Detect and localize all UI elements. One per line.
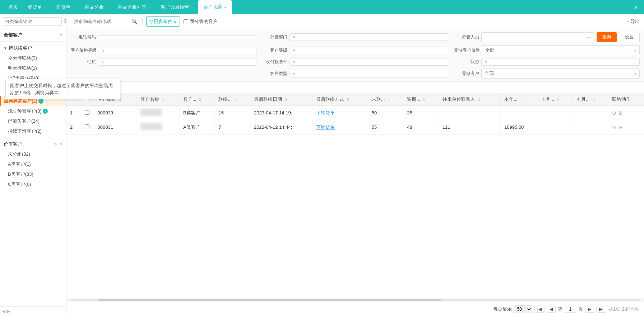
filter-search-icon[interactable]: 🔍 xyxy=(131,19,138,24)
close-purchase-icon[interactable]: × xyxy=(73,5,75,9)
close-customer-contact-icon[interactable]: × xyxy=(224,5,226,9)
filter-more-button[interactable]: ▽ 更多条件 ∧ xyxy=(146,16,180,27)
refresh-icon[interactable]: ↻ xyxy=(59,142,62,147)
sidebar-abnormal-section: 回购异常客户(2) i 流失预警客户(3) i 已流失客户(24) 持续下滑客户… xyxy=(0,95,66,138)
sidebar-next-icon[interactable]: ▶ xyxy=(7,309,10,314)
tooltip-dots[interactable]: ··· xyxy=(66,90,70,95)
my-customers-checkbox[interactable] xyxy=(184,19,188,24)
page-number-input[interactable] xyxy=(565,306,576,313)
col-no-contact[interactable]: 未联... ⇅ xyxy=(368,93,403,106)
manager-input[interactable]: ··· xyxy=(481,32,594,42)
col-last-method[interactable]: 最后联络方式 ⇅ xyxy=(312,93,368,106)
row1-select-checkbox[interactable] xyxy=(85,110,89,115)
row1-index: 1 xyxy=(66,106,81,120)
sidebar-search-input[interactable] xyxy=(3,17,62,26)
window-close-button[interactable]: × xyxy=(631,4,640,11)
row1-more-icon[interactable]: ⊞ xyxy=(618,110,623,116)
col-contacts[interactable]: 联络... ⇅ xyxy=(215,93,250,106)
scroll-thumb[interactable] xyxy=(98,299,441,301)
nav-home[interactable]: 首页 xyxy=(4,0,23,14)
retail-customer-input[interactable]: 全部 ∨ xyxy=(481,69,640,79)
sidebar-item-declining[interactable]: 持续下滑客户(2) xyxy=(0,126,66,136)
filter-row-price-level: 客户价格等级 ∨ xyxy=(71,45,256,55)
price-level-input[interactable]: ∨ xyxy=(99,47,256,54)
row2-method-link[interactable]: 下销货单 xyxy=(316,124,335,130)
close-product-analysis-icon[interactable]: × xyxy=(106,5,108,9)
col-this-month[interactable]: 本月... ⇅ xyxy=(573,93,608,106)
gender-input[interactable]: ∨ xyxy=(98,58,256,66)
close-customer-layer-icon[interactable]: × xyxy=(191,5,193,9)
chevron-up-icon: ∧ xyxy=(173,19,177,24)
row1-this-year xyxy=(501,106,537,120)
col-unit-contacts[interactable]: 往来单位联系人 ⇅ xyxy=(439,93,500,106)
nav-purchase[interactable]: 进货单 × xyxy=(51,0,80,14)
sidebar-value-title[interactable]: 价值客户 ✎ ↻ xyxy=(0,139,66,149)
export-button[interactable]: ↑ 导出 xyxy=(627,18,640,25)
sidebar-waiting-title[interactable]: ▼ 待联络客户 xyxy=(0,43,66,53)
row2-contacts: 7 xyxy=(215,120,250,135)
filter-bar: 🔍 ▽ 更多条件 ∧ 我分管的客户 ↑ 导出 xyxy=(66,14,644,29)
row1-method-link[interactable]: 下销货单 xyxy=(316,110,335,115)
row1-action: ⊙ ⊞ xyxy=(608,106,644,120)
sidebar-item-churned[interactable]: 已流失客户(24) xyxy=(0,116,66,126)
sidebar-item-today[interactable]: 今天待联络(0) xyxy=(0,53,66,63)
horizontal-scrollbar[interactable] xyxy=(66,298,644,302)
customer-type-input[interactable]: ∨ xyxy=(289,70,448,77)
close-product-list-icon[interactable]: × xyxy=(148,5,150,9)
row1-checkbox xyxy=(81,106,94,120)
retail-attr-input[interactable]: 全部 ∨ xyxy=(482,45,640,55)
row2-contact-icon[interactable]: ⊙ xyxy=(612,124,616,130)
extra-filter-dots[interactable]: ... xyxy=(71,70,75,77)
row2-this-year: 10995.00 xyxy=(501,120,537,135)
sidebar-item-churn-warning[interactable]: 流失预警客户(3) i xyxy=(0,106,66,116)
col-last-date[interactable]: 最后联络日期 ⇅ xyxy=(250,93,312,106)
customer-level-input[interactable]: ∨ xyxy=(289,47,448,54)
sort-class-icon: ⇅ xyxy=(199,98,201,102)
nav-customer-layer[interactable]: 客户分层经营 × xyxy=(156,0,198,14)
row2-more-icon[interactable]: ⊞ xyxy=(618,124,623,130)
nav-product-list[interactable]: 商品分析列表 × xyxy=(113,0,156,14)
row1-contact-icon[interactable]: ⊙ xyxy=(612,110,616,116)
dept-input[interactable]: ∨ xyxy=(289,33,448,41)
filter-search-input[interactable] xyxy=(74,19,131,24)
row2-last-month xyxy=(537,120,573,135)
first-page-button[interactable]: |◀ xyxy=(534,306,545,313)
sidebar-item-a-class[interactable]: A类客户(1) xyxy=(0,159,66,169)
row2-select-checkbox[interactable] xyxy=(85,124,89,129)
setting-button[interactable]: 设置 xyxy=(619,32,640,42)
filter-row-phone: 电话号码 xyxy=(71,32,256,42)
edit-icon[interactable]: ✎ xyxy=(54,142,57,147)
nav-customer-contact[interactable]: 客户联络 × xyxy=(198,0,231,14)
col-name[interactable]: 客户名称 ⇅ xyxy=(136,93,179,106)
col-class[interactable]: 客户... ⇅ xyxy=(179,93,215,106)
sidebar-item-c-class[interactable]: C类客户(6) xyxy=(0,179,66,189)
status-input[interactable]: ∨ xyxy=(481,58,640,66)
sidebar-prev-icon[interactable]: ◀ xyxy=(2,309,5,314)
col-this-year[interactable]: 本年... ⇅ xyxy=(501,93,537,106)
col-last-month[interactable]: 上月... ⇅ xyxy=(537,93,573,106)
abnormal-info-icon[interactable]: i xyxy=(38,99,43,104)
close-sales-icon[interactable]: × xyxy=(44,5,46,9)
last-page-button[interactable]: ▶| xyxy=(596,306,606,313)
sidebar-collapse-icon[interactable]: » xyxy=(60,33,62,38)
sidebar-item-ungroup[interactable]: 未分组(32) xyxy=(0,149,66,159)
query-button[interactable]: 查询 xyxy=(597,32,617,42)
prev-page-button[interactable]: ◀ xyxy=(547,306,556,313)
next-page-button[interactable]: ▶ xyxy=(585,306,594,313)
sidebar-item-b-class[interactable]: B类客户(33) xyxy=(0,169,66,179)
my-customers-checkbox-label[interactable]: 我分管的客户 xyxy=(184,18,218,25)
nav-sales[interactable]: 销货单 × xyxy=(23,0,51,14)
churn-warning-info-icon[interactable]: i xyxy=(43,109,48,114)
row2-unit-contacts: 111 xyxy=(439,120,500,135)
page-size-select[interactable]: 50 20 100 xyxy=(514,305,532,313)
filter-search-box: 🔍 xyxy=(71,17,143,26)
sidebar-item-tomorrow[interactable]: 明天待联络(1) xyxy=(0,63,66,73)
phone-input[interactable] xyxy=(98,36,256,39)
col-overdue[interactable]: 逾期... ⇅ xyxy=(403,93,439,106)
customer-table: 客户编码 ⇅ 客户名称 ⇅ 客户... ⇅ 联络... xyxy=(66,93,644,135)
manager-dots-icon[interactable]: ··· xyxy=(587,34,591,41)
table-row: 1 000039 B类客户 15 2023-04-17 14:19: 下销货单 xyxy=(66,106,644,120)
payment-input[interactable]: ∨ xyxy=(289,58,448,66)
nav-product-analysis[interactable]: 商品分析 × xyxy=(80,0,113,14)
row2-class: A类客户 xyxy=(179,120,215,135)
